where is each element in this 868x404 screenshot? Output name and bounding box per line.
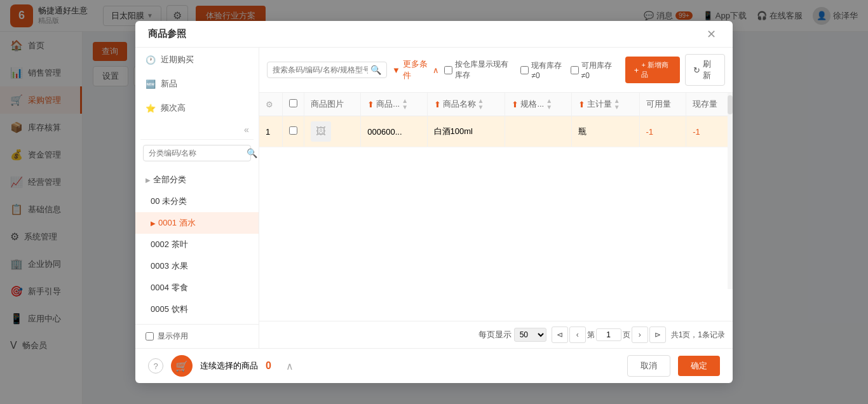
cat-fruit[interactable]: 0003 水果 bbox=[135, 255, 259, 277]
arrow-open-icon: ▶ bbox=[151, 220, 156, 227]
plus-icon: + bbox=[634, 65, 639, 75]
product-spec-cell bbox=[505, 116, 571, 147]
available-stock-checkbox[interactable] bbox=[571, 66, 579, 74]
refresh-button[interactable]: ↻ 刷新 bbox=[685, 54, 725, 86]
refresh-icon: ↻ bbox=[693, 65, 700, 75]
index-value: 1 bbox=[266, 127, 270, 137]
column-settings-icon[interactable]: ⚙ bbox=[266, 100, 273, 109]
available-sort[interactable]: 可用量 bbox=[646, 98, 680, 110]
star-icon: ⭐ bbox=[146, 104, 156, 113]
close-icon[interactable]: ✕ bbox=[702, 25, 720, 43]
help-icon[interactable]: ? bbox=[148, 358, 163, 374]
image-col-label: 商品图片 bbox=[311, 98, 344, 110]
cart-icon[interactable]: 🛒 bbox=[171, 355, 193, 377]
sort-up2-icon: ⬆ bbox=[434, 100, 441, 109]
product-code-value: 000600... bbox=[367, 127, 402, 137]
cat-fruit-label: 0003 水果 bbox=[151, 260, 188, 272]
collapse-left-icon[interactable]: « bbox=[240, 123, 254, 137]
have-stock-item[interactable]: 现有库存≠0 bbox=[520, 60, 565, 80]
product-thumbnail: 🖼 bbox=[311, 121, 331, 142]
filter-icon: ▼ bbox=[392, 65, 400, 75]
page-last-button[interactable]: ⊳ bbox=[649, 327, 666, 343]
cat-drink-label: 0005 饮料 bbox=[151, 304, 188, 315]
name-sort[interactable]: ⬆ 商品名称 ▲▼ bbox=[434, 98, 499, 111]
unit-sort[interactable]: ⬆ 主计量 ▲▼ bbox=[578, 98, 633, 111]
table-area: ⚙ 商品图片 bbox=[259, 93, 733, 147]
page-input[interactable] bbox=[596, 328, 621, 341]
row-index: 1 bbox=[259, 116, 282, 147]
table-row[interactable]: 1 🖼 bbox=[259, 116, 733, 147]
image-sort: 商品图片 bbox=[311, 98, 355, 110]
spec-col-header: ⬆ 规格... ▲▼ bbox=[505, 93, 571, 116]
have-stock-checkbox[interactable] bbox=[520, 66, 529, 74]
warehouse-stock-checkbox[interactable] bbox=[444, 66, 452, 74]
spec-sort[interactable]: ⬆ 规格... ▲▼ bbox=[512, 98, 564, 111]
new-goods-label: 新品 bbox=[161, 78, 177, 90]
search-icon[interactable]: 🔍 bbox=[247, 148, 257, 158]
collapse-footer-icon[interactable]: ∧ bbox=[286, 360, 294, 372]
row-checkbox[interactable] bbox=[289, 126, 297, 135]
cat-snack[interactable]: 0004 零食 bbox=[135, 277, 259, 299]
show-stock-by-warehouse[interactable]: 按仓库显示现有库存 bbox=[444, 59, 515, 81]
search-input-wrap: 🔍 bbox=[267, 62, 387, 78]
cat-wine[interactable]: ▶ 0001 酒水 bbox=[135, 212, 259, 234]
select-all-checkbox[interactable] bbox=[289, 99, 297, 107]
cat-all-label: 全部分类 bbox=[153, 174, 186, 185]
page-first-button[interactable]: ⊲ bbox=[552, 327, 568, 343]
recent-purchase-item[interactable]: 🕐 近期购买 bbox=[135, 48, 259, 72]
modal-header: 商品参照 ✕ bbox=[135, 21, 733, 48]
category-tree: ▶ 全部分类 00 未分类 ▶ 0001 酒水 0002 茶叶 0003 水果 bbox=[135, 166, 259, 324]
show-disabled-label[interactable]: 显示停用 bbox=[158, 331, 188, 342]
stock-sort[interactable]: 现存量 bbox=[693, 98, 726, 110]
unit-col-header: ⬆ 主计量 ▲▼ bbox=[571, 93, 639, 116]
page-prev-button[interactable]: ‹ bbox=[569, 327, 586, 343]
frequent-item[interactable]: ⭐ 频次高 bbox=[135, 96, 259, 120]
frequent-label: 频次高 bbox=[161, 102, 186, 114]
new-goods-item[interactable]: 🆕 新品 bbox=[135, 72, 259, 96]
clock-icon: 🕐 bbox=[146, 55, 156, 65]
sort-up-icon: ⬆ bbox=[367, 100, 374, 109]
cat-all[interactable]: ▶ 全部分类 bbox=[135, 169, 259, 191]
show-disabled-checkbox[interactable] bbox=[146, 332, 154, 340]
modal-overlay[interactable]: 商品参照 ✕ 🕐 近期购买 🆕 新品 ⭐ 频次高 bbox=[0, 0, 868, 404]
modal-title: 商品参照 bbox=[148, 28, 186, 40]
available-col-label: 可用量 bbox=[646, 98, 671, 110]
cat-tea-label: 0002 茶叶 bbox=[151, 239, 188, 250]
filter-button[interactable]: ▼ 更多条件 ∧ bbox=[392, 58, 439, 81]
sort-icon2: ▲▼ bbox=[478, 98, 484, 111]
category-search: 🔍 bbox=[143, 145, 251, 161]
cat-unclassified-label: 00 未分类 bbox=[151, 196, 187, 207]
search-icon[interactable]: 🔍 bbox=[370, 65, 381, 75]
product-code-cell: 000600... bbox=[361, 116, 427, 147]
code-col-label: 商品... bbox=[376, 98, 400, 110]
unit-col-label: 主计量 bbox=[587, 98, 612, 110]
category-search-input[interactable] bbox=[149, 149, 244, 158]
search-input[interactable] bbox=[273, 65, 368, 74]
cat-drink[interactable]: 0005 饮料 bbox=[135, 299, 259, 320]
divider bbox=[140, 139, 254, 140]
per-page-dropdown[interactable]: 102050100 bbox=[514, 328, 546, 342]
name-col-label: 商品名称 bbox=[443, 98, 476, 110]
page-next-button[interactable]: › bbox=[632, 327, 648, 343]
row-checkbox-cell[interactable] bbox=[282, 116, 304, 147]
product-name-value: 白酒100ml bbox=[434, 126, 473, 136]
cat-tea[interactable]: 0002 茶叶 bbox=[135, 234, 259, 255]
page-total-label: 共1页，1条记录 bbox=[671, 330, 725, 340]
code-sort[interactable]: ⬆ 商品... ▲▼ bbox=[367, 98, 420, 111]
spec-col-label: 规格... bbox=[520, 98, 544, 110]
cancel-button[interactable]: 取消 bbox=[627, 355, 670, 377]
add-product-button[interactable]: + + 新增商品 bbox=[625, 57, 680, 83]
scrollbar[interactable] bbox=[728, 93, 733, 289]
available-stock-label: 可用库存≠0 bbox=[581, 60, 615, 80]
filter-label: 更多条件 bbox=[403, 58, 430, 81]
confirm-button[interactable]: 确定 bbox=[678, 356, 720, 376]
code-col-header: ⬆ 商品... ▲▼ bbox=[361, 93, 427, 116]
have-stock-label: 现有库存≠0 bbox=[531, 60, 565, 80]
product-name-cell: 白酒100ml bbox=[427, 116, 505, 147]
settings-col-header: ⚙ bbox=[259, 93, 282, 116]
available-col-header: 可用量 bbox=[639, 93, 686, 116]
cat-unclassified[interactable]: 00 未分类 bbox=[135, 191, 259, 212]
table-wrap: ⚙ 商品图片 bbox=[259, 93, 733, 321]
available-stock-item[interactable]: 可用库存≠0 bbox=[571, 60, 615, 80]
right-panel: 🔍 ▼ 更多条件 ∧ 按仓库显示现有库存 现有库存≠0 bbox=[259, 48, 733, 348]
